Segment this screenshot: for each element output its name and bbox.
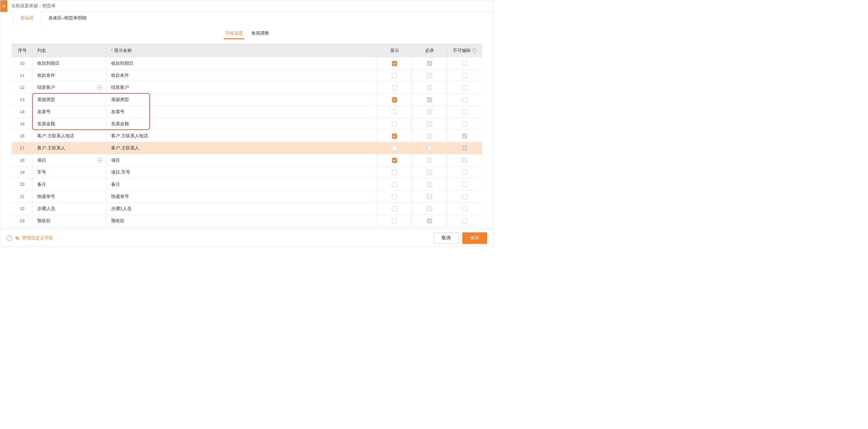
cell-display-name[interactable]: 预收款 (107, 215, 377, 227)
col-header-display-name: * 显示名称 (107, 44, 377, 57)
main-tab[interactable]: 表头区 (13, 11, 41, 25)
cell-column-name: 发票金额 (33, 118, 107, 130)
cell-show (377, 203, 412, 214)
main-tab[interactable]: 表体区–销货单明细 (41, 11, 94, 25)
help-icon[interactable]: ? (472, 48, 477, 53)
show-checkbox[interactable] (392, 134, 397, 139)
cell-index: 10 (12, 57, 33, 69)
cell-display-name[interactable]: 发票金额 (107, 118, 377, 130)
required-checkbox (427, 73, 432, 78)
readonly-checkbox[interactable] (462, 109, 467, 114)
cell-display-name[interactable]: 结算客户 (107, 82, 377, 93)
cell-readonly (447, 118, 482, 130)
table-row[interactable]: 20备注备注 (12, 178, 482, 191)
cell-display-name[interactable]: 票据类型 (107, 94, 377, 106)
readonly-checkbox[interactable] (462, 182, 467, 187)
readonly-checkbox (462, 134, 467, 139)
readonly-checkbox[interactable] (462, 61, 467, 66)
cell-display-name[interactable]: 发票号 (107, 106, 377, 118)
readonly-checkbox[interactable] (462, 206, 467, 211)
table-row[interactable]: 11收款条件收款条件 (12, 69, 482, 82)
cell-index: 23 (12, 215, 33, 227)
table-row[interactable]: 17客户.主联系人客户.主联系人 (12, 142, 482, 154)
show-checkbox[interactable] (392, 61, 397, 66)
cell-column-name: 步骤人员 (33, 203, 107, 214)
manage-custom-fields-link[interactable]: 管理自定义字段 (22, 235, 53, 241)
cell-required (412, 142, 447, 154)
readonly-checkbox[interactable] (462, 170, 467, 175)
cancel-button[interactable]: 取消 (434, 232, 459, 244)
table-row[interactable]: 23预收款预收款 (12, 215, 482, 227)
readonly-checkbox[interactable] (462, 73, 467, 78)
cell-display-name[interactable]: 快递单号 (107, 191, 377, 202)
show-checkbox[interactable] (392, 170, 397, 175)
cell-show (377, 69, 412, 81)
show-checkbox[interactable] (392, 218, 397, 223)
show-checkbox[interactable] (392, 109, 397, 114)
cell-display-name[interactable]: 客户.主联系人 (107, 142, 377, 154)
show-checkbox[interactable] (392, 146, 397, 151)
table-row[interactable]: 18项目+项目 (12, 154, 482, 166)
table-row[interactable]: 10收款到期日收款到期日 (12, 57, 482, 69)
table-row[interactable]: 14发票号发票号 (12, 106, 482, 118)
show-checkbox[interactable] (392, 85, 397, 90)
readonly-checkbox[interactable] (462, 218, 467, 223)
cell-required (412, 106, 447, 118)
cell-column-name: 预收款 (33, 215, 107, 227)
show-checkbox[interactable] (392, 73, 397, 78)
cell-display-name[interactable]: 收款到期日 (107, 57, 377, 69)
cell-show (377, 57, 412, 69)
readonly-checkbox[interactable] (462, 121, 467, 126)
required-checkbox (427, 158, 432, 163)
table-row[interactable]: 12结算客户+结算客户 (12, 82, 482, 94)
main-tabs: 表头区表体区–销货单明细 (13, 11, 494, 25)
cell-required (412, 130, 447, 142)
table-row[interactable]: 15发票金额发票金额 (12, 118, 482, 130)
help-icon[interactable]: ? (7, 235, 12, 241)
cell-display-name[interactable]: 项目.车号 (107, 166, 377, 178)
sub-tab[interactable]: 布局调整 (250, 31, 270, 39)
cell-show (377, 166, 412, 178)
table-row[interactable]: 16客户.主联系人电话客户.主联系人电话 (12, 130, 482, 142)
readonly-checkbox (462, 158, 467, 163)
table-row[interactable]: 13票据类型票据类型 (12, 94, 482, 106)
required-checkbox (427, 85, 432, 90)
show-checkbox[interactable] (392, 194, 397, 199)
cell-required (412, 191, 447, 202)
required-checkbox (427, 97, 432, 102)
show-checkbox[interactable] (392, 97, 397, 102)
readonly-checkbox[interactable] (462, 85, 467, 90)
cell-display-name[interactable]: 客户.主联系人电话 (107, 130, 377, 142)
cell-column-name: 快递单号 (33, 191, 107, 202)
expand-panel-button[interactable] (0, 0, 7, 12)
cell-readonly (447, 178, 482, 190)
cell-required (412, 57, 447, 69)
add-sub-field-button[interactable]: + (97, 158, 102, 163)
show-checkbox[interactable] (392, 121, 397, 126)
cell-readonly (447, 130, 482, 142)
show-checkbox[interactable] (392, 158, 397, 163)
cell-show (377, 106, 412, 118)
cell-index: 13 (12, 94, 33, 106)
table-row[interactable]: 22步骤人员步骤1人员 (12, 203, 482, 215)
sub-tab[interactable]: 字段设置 (224, 31, 244, 39)
cell-show (377, 142, 412, 154)
readonly-checkbox[interactable] (462, 194, 467, 199)
cell-display-name[interactable]: 收款条件 (107, 69, 377, 81)
table-row[interactable]: 19车号项目.车号 (12, 166, 482, 178)
cell-display-name[interactable]: 步骤1人员 (107, 203, 377, 214)
cell-index: 21 (12, 191, 33, 202)
show-checkbox[interactable] (392, 182, 397, 187)
cell-display-name[interactable]: 备注 (107, 178, 377, 190)
table-row[interactable]: 21快递单号快递单号 (12, 191, 482, 203)
cell-display-name[interactable]: 项目 (107, 154, 377, 166)
show-checkbox[interactable] (392, 206, 397, 211)
gear-icon (15, 236, 20, 240)
cell-readonly (447, 191, 482, 202)
cell-readonly (447, 166, 482, 178)
save-button[interactable]: 保存 (462, 232, 487, 244)
chevron-right-double-icon (2, 4, 6, 8)
readonly-checkbox[interactable] (462, 97, 467, 102)
add-sub-field-button[interactable]: + (97, 85, 102, 90)
required-checkbox (427, 170, 432, 175)
